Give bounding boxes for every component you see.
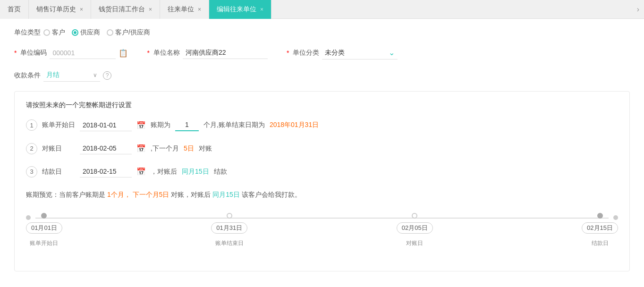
section-title: 请按照未来的一个完整帐期进行设置 [26, 101, 618, 110]
timeline-node-2: 01月31日 账单结束日 [211, 213, 247, 247]
payment-terms-row: 收款条件 月结 ∨ ? [14, 69, 630, 82]
payment-terms-value: 月结 [46, 71, 91, 79]
main-content: 单位类型 客户 供应商 客户/供应商 * 单位编码 [0, 19, 644, 287]
tab-home[interactable]: 首页 [0, 0, 29, 19]
reconcile-date-input[interactable] [80, 143, 132, 154]
reconcile-row: 2 对账日 📅 ,下一个月 5日 对账 [26, 143, 618, 154]
reconcile-date-cal-icon[interactable]: 📅 [136, 144, 146, 153]
timeline-nodes: 01月01日 账单开始日 01月31日 账单结束日 02月05日 对账日 02月… [26, 213, 618, 247]
unit-name-group: * 单位名称 [147, 47, 267, 59]
unit-type-group: 单位类型 客户 供应商 客户/供应商 [14, 28, 150, 37]
tab-edit-partner-close[interactable]: × [260, 6, 263, 13]
preview-part4: 同月15日 [212, 191, 240, 198]
row-num-1: 1 [26, 119, 37, 131]
node-label-4: 结款日 [592, 239, 609, 247]
node-label-1: 账单开始日 [30, 239, 58, 247]
radio-both[interactable]: 客户/供应商 [107, 28, 150, 37]
name-required: * [147, 49, 149, 57]
radio-supplier[interactable]: 供应商 [72, 28, 100, 37]
reconcile-suffix-text: ,下一个月 [151, 144, 179, 153]
timeline: 01月01日 账单开始日 01月31日 账单结束日 02月05日 对账日 02月… [26, 208, 618, 262]
payment-date-cal-icon[interactable]: 📅 [136, 167, 146, 176]
row-num-2: 2 [26, 143, 37, 154]
help-icon[interactable]: ? [103, 71, 111, 80]
period-unit: 个月,账单结束日期为 [203, 121, 265, 129]
node-dot-4 [597, 213, 603, 219]
row-num-3: 3 [26, 166, 37, 177]
preview-part1: 1个月， [107, 191, 131, 198]
reconcile-end: 对账 [199, 144, 212, 153]
account-start-row: 1 账单开始日 📅 账期为 个月,账单结束日期为 2018年01月31日 [26, 119, 618, 131]
category-required: * [287, 49, 289, 57]
reconcile-day: 5日 [184, 144, 194, 153]
node-label-2: 账单结束日 [215, 239, 244, 247]
node-dot-1 [41, 213, 47, 219]
unit-code-input[interactable] [50, 47, 116, 59]
unit-type-row: 单位类型 客户 供应商 客户/供应商 [14, 28, 630, 37]
radio-group: 客户 供应商 客户/供应商 [43, 28, 150, 37]
unit-code-label: 单位编码 [20, 49, 47, 57]
payment-row: 3 结款日 📅 ，对账后 同月15日 结款 [26, 166, 618, 177]
unit-category-group: * 单位分类 未分类 ⌄ [287, 46, 398, 59]
tab-cash-work[interactable]: 钱货日清工作台 × [91, 0, 160, 19]
payment-terms-group: 收款条件 月结 ∨ ? [14, 69, 111, 82]
node-dot-3 [412, 213, 417, 219]
node-badge-2: 01月31日 [211, 222, 247, 234]
payment-terms-select[interactable]: 月结 ∨ [43, 69, 100, 82]
tab-sales-history-close[interactable]: × [80, 6, 83, 13]
row-label-3: 结款日 [42, 168, 75, 176]
node-label-3: 对账日 [406, 239, 423, 247]
node-badge-3: 02月05日 [397, 222, 433, 234]
tab-sales-history[interactable]: 销售订单历史 × [29, 0, 91, 19]
unit-category-label: 单位分类 [293, 49, 319, 57]
node-badge-1: 01月01日 [26, 222, 62, 234]
category-arrow-icon: ⌄ [389, 48, 395, 57]
tab-bar: 首页 销售订单历史 × 钱货日清工作台 × 往来单位 × 编辑往来单位 × › [0, 0, 644, 19]
tab-cash-work-close[interactable]: × [149, 6, 152, 13]
period-label: 账期为 [151, 121, 170, 129]
code-name-category-row: * 单位编码 📋 * 单位名称 * 单位分类 未分类 ⌄ [14, 46, 630, 59]
unit-type-label: 单位类型 [14, 28, 41, 37]
payment-terms-label: 收款条件 [14, 71, 41, 80]
node-badge-4: 02月15日 [582, 222, 618, 234]
payment-terms-chevron-icon: ∨ [93, 72, 97, 78]
radio-customer[interactable]: 客户 [43, 28, 65, 37]
tab-partner-close[interactable]: × [198, 6, 201, 13]
payment-suffix-text: ，对账后 [151, 168, 177, 176]
payment-day: 同月15日 [182, 168, 209, 176]
row-label-1: 账单开始日 [42, 121, 75, 129]
row-label-2: 对账日 [42, 144, 75, 153]
unit-category-select[interactable]: 未分类 ⌄ [322, 46, 398, 59]
unit-code-group: * 单位编码 📋 [14, 47, 128, 59]
unit-name-input[interactable] [183, 47, 268, 59]
copy-icon[interactable]: 📋 [119, 49, 128, 58]
preview-part5: 该客户会给我打款。 [242, 191, 301, 198]
code-required: * [14, 49, 17, 57]
timeline-node-1: 01月01日 账单开始日 [26, 213, 62, 247]
timeline-node-4: 02月15日 结款日 [582, 213, 618, 247]
payment-end: 结款 [214, 168, 227, 176]
category-value: 未分类 [325, 49, 389, 57]
node-dot-2 [227, 213, 232, 219]
start-date-cal-icon[interactable]: 📅 [136, 121, 146, 130]
start-date-input[interactable] [80, 119, 132, 131]
radio-customer-circle [43, 29, 50, 36]
payment-date-input[interactable] [80, 166, 132, 177]
unit-name-label: 单位名称 [153, 49, 180, 57]
period-end-date: 2018年01月31日 [270, 121, 319, 129]
radio-supplier-circle [72, 29, 78, 36]
timeline-node-3: 02月05日 对账日 [397, 213, 433, 247]
radio-both-circle [107, 29, 113, 36]
settings-section: 请按照未来的一个完整帐期进行设置 1 账单开始日 📅 账期为 个月,账单结束日期… [14, 91, 630, 271]
preview-part3: 对账，对账后 [171, 191, 211, 198]
tab-more-arrow[interactable]: › [632, 5, 644, 14]
period-input[interactable] [175, 119, 199, 131]
preview-part2: 下一个月5日 [133, 191, 169, 198]
tab-edit-partner[interactable]: 编辑往来单位 × [209, 0, 271, 19]
preview-text: 账期预览：当前客户账期是 1个月， 下一个月5日 对账，对账后 同月15日 该客… [26, 189, 618, 201]
tab-partner[interactable]: 往来单位 × [160, 0, 209, 19]
